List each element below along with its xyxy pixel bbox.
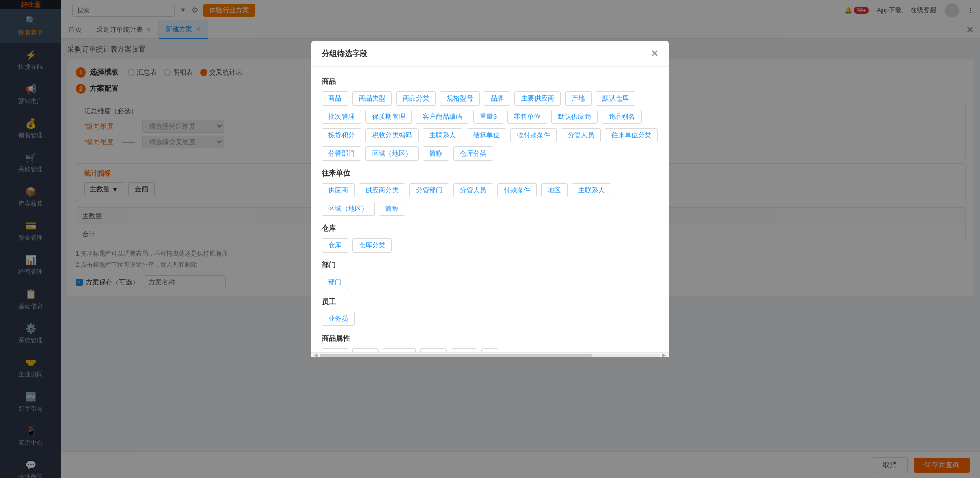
field-tag[interactable]: 区域（地区） bbox=[322, 202, 375, 216]
field-tag[interactable]: 保质期管理 bbox=[365, 110, 412, 124]
field-grid-goods: 商品商品类型商品分类规格型号品牌主要供应商产地默认仓库批次管理保质期管理客户商品… bbox=[322, 91, 658, 161]
section-partner: 往来单位 供应商供应商分类分管部门分管人员付款条件地区主联系人区域（地区）简称 bbox=[322, 169, 658, 216]
field-tag[interactable]: 批次管理 bbox=[322, 110, 361, 124]
field-tag[interactable]: 客户商品编码 bbox=[416, 110, 469, 124]
field-tag[interactable]: 往来单位分类 bbox=[605, 128, 658, 142]
field-tag[interactable]: 区域（地区） bbox=[365, 146, 419, 161]
modal-close-btn[interactable]: ✕ bbox=[651, 48, 658, 59]
field-tag[interactable]: 仓库分类 bbox=[453, 146, 493, 161]
field-tag[interactable]: 分管部门 bbox=[409, 183, 449, 197]
section-staff-title: 员工 bbox=[322, 297, 658, 307]
field-tag[interactable]: 供应商 bbox=[322, 183, 355, 197]
field-tag[interactable]: 产地 bbox=[565, 91, 592, 106]
field-tag[interactable]: 收付款条件 bbox=[510, 128, 557, 142]
field-tag[interactable]: 仓库分类 bbox=[352, 238, 392, 253]
section-warehouse: 仓库 仓库仓库分类 bbox=[322, 224, 658, 253]
field-tag[interactable]: 商品别名 bbox=[602, 110, 642, 124]
field-tag[interactable]: 商品类型 bbox=[352, 91, 392, 106]
field-tag[interactable]: 品牌 bbox=[484, 91, 510, 106]
field-tag[interactable]: 税收分类编码 bbox=[365, 128, 419, 142]
field-grid-dept: 部门 bbox=[322, 275, 658, 289]
field-tag[interactable]: 默认供应商 bbox=[551, 110, 598, 124]
field-tag[interactable]: 拣货积分 bbox=[322, 128, 361, 142]
field-tag[interactable]: 仓库 bbox=[322, 238, 348, 253]
field-tag[interactable]: 分管人员 bbox=[561, 128, 601, 142]
section-dept-title: 部门 bbox=[322, 261, 658, 270]
section-dept: 部门 部门 bbox=[322, 261, 658, 289]
section-goods: 商品 商品商品类型商品分类规格型号品牌主要供应商产地默认仓库批次管理保质期管理客… bbox=[322, 77, 658, 161]
field-tag[interactable]: 供应商分类 bbox=[359, 183, 405, 197]
field-tag[interactable]: 规格型号 bbox=[440, 91, 480, 106]
modal-body[interactable]: 商品 商品商品类型商品分类规格型号品牌主要供应商产地默认仓库批次管理保质期管理客… bbox=[311, 67, 669, 308]
field-tag[interactable]: 商品 bbox=[322, 91, 348, 106]
modal-header: 分组待选字段 ✕ bbox=[311, 41, 669, 67]
section-goods-title: 商品 bbox=[322, 77, 658, 86]
field-tag[interactable]: 付款条件 bbox=[497, 183, 537, 197]
modal-title: 分组待选字段 bbox=[322, 49, 368, 59]
field-tag[interactable]: 结算单位 bbox=[467, 128, 506, 142]
field-tag[interactable]: 地区 bbox=[541, 183, 568, 197]
field-tag[interactable]: 分管部门 bbox=[322, 146, 361, 161]
section-partner-title: 往来单位 bbox=[322, 169, 658, 178]
section-staff: 员工 业务员 bbox=[322, 297, 658, 308]
field-tag[interactable]: 部门 bbox=[322, 275, 348, 289]
field-grid-partner: 供应商供应商分类分管部门分管人员付款条件地区主联系人区域（地区）简称 bbox=[322, 183, 658, 216]
field-tag[interactable]: 商品分类 bbox=[396, 91, 436, 106]
field-tag[interactable]: 分管人员 bbox=[453, 183, 493, 197]
field-tag[interactable]: 简称 bbox=[379, 202, 405, 216]
field-tag[interactable]: 主联系人 bbox=[423, 128, 462, 142]
field-tag[interactable]: 默认仓库 bbox=[596, 91, 635, 106]
modal-group-fields: 分组待选字段 ✕ 商品 商品商品类型商品分类规格型号品牌主要供应商产地默认仓库批… bbox=[311, 41, 669, 308]
field-tag[interactable]: 重量3 bbox=[473, 110, 503, 124]
field-grid-warehouse: 仓库仓库分类 bbox=[322, 238, 658, 253]
field-tag[interactable]: 零售单位 bbox=[507, 110, 547, 124]
field-tag[interactable]: 简称 bbox=[423, 146, 449, 161]
field-tag[interactable]: 主要供应商 bbox=[514, 91, 561, 106]
section-warehouse-title: 仓库 bbox=[322, 224, 658, 233]
field-tag[interactable]: 主联系人 bbox=[572, 183, 611, 197]
